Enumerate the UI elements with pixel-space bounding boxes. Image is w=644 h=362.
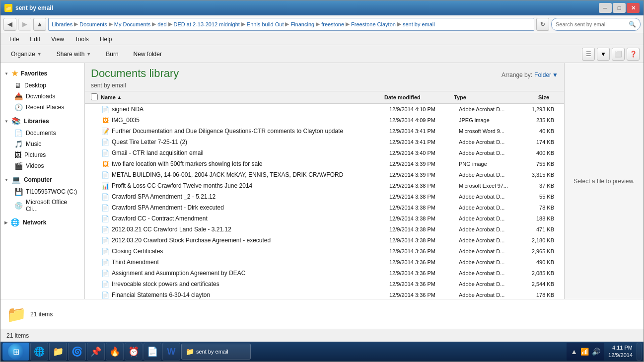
table-row[interactable]: 📄 Closing Certificates 12/9/2014 3:36 PM…	[85, 246, 564, 257]
view-dropdown-button[interactable]: ▼	[597, 48, 610, 61]
details-pane-button[interactable]: ⬜	[612, 48, 625, 61]
file-type: Adobe Acrobat D...	[459, 205, 518, 211]
favorites-header[interactable]: ▼ ★ Favorites	[0, 67, 84, 80]
file-scroll-area: Documents library Arrange by: Folder ▼ s…	[85, 63, 564, 299]
col-header-size[interactable]: Size	[513, 94, 553, 100]
menu-file[interactable]: File	[4, 35, 24, 44]
table-row[interactable]: 📄 Crawford SPA Amendment _2 - 5.21.12 12…	[85, 191, 564, 202]
breadcrumb[interactable]: Libraries ▶ Documents ▶ My Documents ▶ d…	[48, 18, 534, 31]
menu-view[interactable]: View	[46, 35, 69, 44]
libraries-header[interactable]: ▼ 📚 Libraries	[0, 115, 84, 128]
taskbar-pdf-button[interactable]: 📄	[143, 343, 161, 361]
taskbar-ie-button[interactable]: 🌐	[30, 343, 48, 361]
table-row[interactable]: 📄 Crawford CC - Contract Amendment 12/9/…	[85, 213, 564, 224]
table-row[interactable]: 📄 Assignment and Asummption Agreement by…	[85, 268, 564, 279]
table-row[interactable]: 🖼 two flare location with 500ft markers …	[85, 158, 564, 169]
search-input[interactable]	[556, 21, 627, 27]
taskbar-explorer-button[interactable]: 📁	[49, 343, 67, 361]
organize-button[interactable]: Organize ▼	[4, 47, 48, 61]
select-all-checkbox[interactable]	[91, 93, 98, 100]
file-name: signed NDA	[112, 106, 389, 113]
nav-item-recent[interactable]: 🕐 Recent Places	[0, 102, 84, 113]
breadcrumb-libraries[interactable]: Libraries	[52, 21, 72, 27]
network-header[interactable]: ▶ 🌐 Network	[0, 216, 84, 229]
nav-item-lib-music[interactable]: 🎵 Music	[0, 139, 84, 149]
favorites-section: ▼ ★ Favorites 🖥 Desktop 📥 Downloads 🕐 Re…	[0, 67, 84, 113]
breadcrumb-documents[interactable]: Documents	[79, 21, 107, 27]
minimize-button[interactable]: ─	[599, 3, 612, 13]
breadcrumb-ded[interactable]: ded	[157, 21, 166, 27]
systray-network[interactable]: 📶	[580, 348, 589, 356]
new-folder-button[interactable]: New folder	[127, 47, 168, 61]
breadcrumb-freestone[interactable]: freestone	[321, 21, 344, 27]
nav-item-c-drive[interactable]: 💾 TI105957WOC (C:)	[0, 186, 84, 197]
table-row[interactable]: 📄 2012.03.21 CC Crawford Land Sale - 3.2…	[85, 224, 564, 235]
table-row[interactable]: 📄 Irrevocable stock powers and certifica…	[85, 279, 564, 290]
nav-item-desktop[interactable]: 🖥 Desktop	[0, 80, 84, 91]
clock[interactable]: 4:11 PM 12/9/2014	[606, 344, 635, 360]
table-row[interactable]: 📄 Financial Statements 6-30-14 clayton 1…	[85, 290, 564, 299]
view-toggle-button[interactable]: ☰	[582, 48, 595, 61]
table-row[interactable]: 📊 Profit & Loss CC Crawford Twelve month…	[85, 180, 564, 191]
menu-tools[interactable]: Tools	[70, 35, 94, 44]
table-row[interactable]: 📄 signed NDA 12/9/2014 4:10 PM Adobe Acr…	[85, 104, 564, 115]
nav-item-lib-videos[interactable]: 🎬 Videos	[0, 160, 84, 171]
file-name: Crawford SPA Amendment - Dirk executed	[112, 204, 389, 211]
refresh-button[interactable]: ↻	[536, 18, 549, 31]
menu-edit[interactable]: Edit	[25, 35, 45, 44]
burn-button[interactable]: Burn	[99, 47, 125, 61]
col-header-type[interactable]: Type	[454, 94, 513, 100]
table-row[interactable]: 📄 METAL BUILDING, 14-06-001, 2004 JACK M…	[85, 169, 564, 180]
library-title: Documents library	[91, 67, 179, 80]
table-row[interactable]: 📄 2012.03.20 Crawford Stock Purchase Agr…	[85, 235, 564, 246]
file-icon: 📝	[101, 127, 110, 136]
search-icon[interactable]: 🔍	[629, 21, 636, 28]
menu-help[interactable]: Help	[95, 35, 117, 44]
nav-item-lib-documents[interactable]: 📄 Documents	[0, 128, 84, 139]
col-header-date[interactable]: Date modified	[384, 94, 454, 100]
arrange-link[interactable]: Folder ▼	[534, 72, 558, 78]
table-row[interactable]: 📄 Gmail - CTR land acquisition email 12/…	[85, 147, 564, 158]
systray-sound[interactable]: 🔊	[592, 348, 600, 356]
taskbar-chrome-button[interactable]: 🌀	[68, 343, 86, 361]
file-date: 12/9/2014 3:39 PM	[389, 161, 459, 167]
file-name: IMG_0035	[112, 117, 389, 124]
breadcrumb-mydocs[interactable]: My Documents	[114, 21, 150, 27]
taskbar-window-button[interactable]: 📁 sent by email	[181, 344, 251, 360]
up-button[interactable]: ▲	[33, 18, 46, 31]
table-row[interactable]: 📄 Quest Tire Letter 7-25-11 (2) 12/9/201…	[85, 137, 564, 147]
file-name: Closing Certificates	[112, 248, 389, 255]
breadcrumb-fc[interactable]: Freestone Clayton	[351, 21, 396, 27]
taskbar-pin3-button[interactable]: ⏰	[125, 343, 143, 361]
show-desktop-button[interactable]	[637, 343, 642, 361]
file-icon: 📄	[101, 236, 110, 245]
breadcrumb-ennis[interactable]: Ennis build Out	[247, 21, 284, 27]
breadcrumb-financing[interactable]: Financing	[290, 21, 314, 27]
nav-item-lib-pictures[interactable]: 🖼 Pictures	[0, 149, 84, 160]
file-type: Adobe Acrobat D...	[459, 281, 518, 287]
share-with-button[interactable]: Share with ▼	[50, 47, 98, 61]
start-button[interactable]: ⊞	[2, 343, 29, 361]
taskbar-pin1-button[interactable]: 📌	[87, 343, 105, 361]
table-row[interactable]: 📝 Further Documentation and Due Diligenc…	[85, 126, 564, 137]
col-header-name[interactable]: Name ▲	[101, 94, 384, 100]
taskbar-word-button[interactable]: W	[162, 343, 180, 361]
systray-arrow[interactable]: ▲	[571, 348, 577, 356]
close-button[interactable]: ✕	[627, 3, 640, 13]
table-row[interactable]: 📄 Third Amendment 12/9/2014 3:36 PM Adob…	[85, 257, 564, 268]
breadcrumb-sent[interactable]: sent by email	[403, 21, 435, 27]
breadcrumb-ded2[interactable]: DED at 2-13-2012 midnight	[174, 21, 240, 27]
nav-item-downloads[interactable]: 📥 Downloads	[0, 91, 84, 102]
file-size: 55 KB	[518, 194, 558, 200]
help-button[interactable]: ❓	[627, 48, 640, 61]
pdf-icon: 📄	[101, 281, 109, 288]
table-row[interactable]: 📄 Crawford SPA Amendment - Dirk executed…	[85, 202, 564, 213]
file-size: 37 KB	[518, 183, 558, 189]
nav-item-office[interactable]: 💿 Microsoft Office Cli...	[0, 197, 84, 214]
taskbar-pin2-button[interactable]: 🔥	[106, 343, 124, 361]
forward-button[interactable]: ▶	[18, 18, 31, 31]
computer-header[interactable]: ▼ 💻 Computer	[0, 173, 84, 186]
maximize-button[interactable]: □	[613, 3, 626, 13]
back-button[interactable]: ◀	[3, 18, 16, 31]
table-row[interactable]: 🖼 IMG_0035 12/9/2014 4:09 PM JPEG image …	[85, 115, 564, 126]
